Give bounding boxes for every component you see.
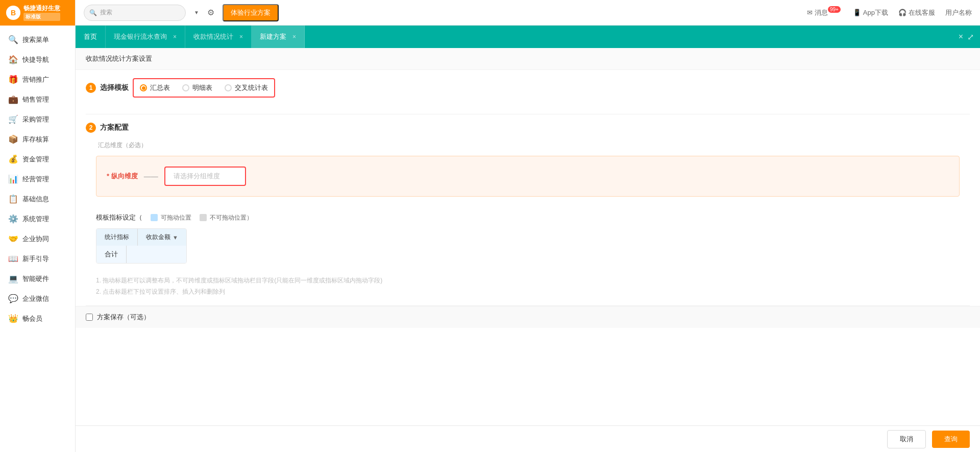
sidebar-item-label: 系统管理 [22, 215, 49, 224]
sidebar-item-enterprise[interactable]: 🤝 企业协同 [0, 229, 75, 249]
section1-number: 1 [86, 83, 96, 93]
stats-table: 统计指标 收款金额 ▼ 合计 [96, 228, 187, 264]
cart-icon: 🛒 [8, 114, 18, 124]
tab-close-btn[interactable]: × [959, 32, 963, 41]
sidebar-item-label: 经营管理 [22, 175, 49, 184]
plan-save-bar: 方案保存（可选） [76, 306, 980, 328]
plan-save-checkbox[interactable] [86, 314, 93, 321]
dimension-select[interactable]: 请选择分组维度 [164, 166, 246, 186]
tab-home-label: 首页 [84, 32, 97, 41]
sidebar-item-label: 企业协同 [22, 234, 49, 244]
tab-home[interactable]: 首页 [76, 26, 106, 48]
sidebar-item-label: 销售管理 [22, 95, 49, 104]
sidebar-item-home[interactable]: 🏠 快捷导航 [0, 50, 75, 69]
user-name: 用户名称 [945, 8, 972, 17]
service-btn[interactable]: 🎧 在线客服 [898, 8, 935, 17]
tab-receipts-label: 收款情况统计 [193, 32, 233, 41]
sidebar-item-hardware[interactable]: 💻 智能硬件 [0, 269, 75, 289]
tab-cash-flow[interactable]: 现金银行流水查询 × [106, 26, 185, 48]
dropdown-icon[interactable]: ▼ [173, 234, 178, 241]
dimension-section-title: 汇总维度（必选） [96, 141, 960, 150]
clipboard-icon: 📋 [8, 194, 18, 204]
user-btn[interactable]: 用户名称 [945, 8, 972, 17]
tab-receipts-close[interactable]: × [239, 33, 243, 40]
sidebar-item-search[interactable]: 🔍 搜索菜单 [0, 30, 75, 50]
sidebar-item-label: 库存核算 [22, 135, 49, 144]
message-btn[interactable]: ✉ 消息 99+ [807, 8, 843, 17]
computer-icon: 💻 [8, 274, 18, 283]
sidebar-nav: 🔍 搜索菜单 🏠 快捷导航 🎁 营销推广 💼 销售管理 🛒 采购管理 📦 库存核… [0, 26, 75, 452]
template-option-cross[interactable]: 交叉统计表 [225, 83, 268, 92]
stats-row-label: 合计 [105, 250, 118, 258]
stats-row-label-cell: 合计 [96, 246, 127, 263]
radio-cross[interactable] [225, 84, 232, 91]
tab-spacer [305, 26, 952, 48]
handshake-icon: 🤝 [8, 234, 18, 244]
sidebar-item-basic-info[interactable]: 📋 基础信息 [0, 189, 75, 209]
sidebar-item-guide[interactable]: 📖 新手引导 [0, 249, 75, 269]
message-label: 消息 [815, 8, 828, 17]
download-btn[interactable]: 📱 App下载 [853, 8, 888, 17]
briefcase-icon: 💼 [8, 94, 18, 104]
legend-draggable-label: 可拖动位置 [161, 213, 191, 222]
sidebar-item-management[interactable]: 📊 经营管理 [0, 169, 75, 189]
sidebar-item-label: 资金管理 [22, 155, 49, 164]
service-label: 在线客服 [909, 8, 935, 17]
sidebar-item-label: 搜索菜单 [22, 35, 49, 44]
tab-new-plan-close[interactable]: × [292, 33, 296, 40]
legend-draggable-box [151, 214, 158, 221]
radio-summary[interactable] [140, 84, 147, 91]
section2-title: 方案配置 [100, 123, 129, 132]
sidebar-item-marketing[interactable]: 🎁 营销推广 [0, 69, 75, 89]
section2-header: 2 方案配置 [86, 123, 970, 133]
tab-receipts[interactable]: 收款情况统计 × [185, 26, 252, 48]
metrics-legend: 可拖动位置 不可拖动位置） [151, 213, 253, 222]
query-button[interactable]: 查询 [932, 431, 970, 448]
sidebar: B 畅捷通好生意 标准版 🔍 搜索菜单 🏠 快捷导航 🎁 营销推广 💼 销售管理… [0, 0, 76, 452]
template-options-wrapper: 汇总表 明细表 交叉统计表 [133, 78, 275, 98]
section2-number: 2 [86, 123, 96, 133]
gear-icon: ⚙️ [8, 214, 18, 224]
stats-column-cell[interactable]: 收款金额 ▼ [138, 229, 186, 246]
chat-icon: 💬 [8, 294, 18, 303]
gift-icon: 🎁 [8, 75, 18, 84]
stats-column-label: 收款金额 [146, 233, 170, 242]
main-area: 🔍 搜索 ▼ ⚙ 体验行业方案 ✉ 消息 99+ 📱 App下载 🎧 在线客服 … [76, 0, 980, 452]
radio-detail[interactable] [182, 84, 189, 91]
sidebar-item-finance[interactable]: 💰 资金管理 [0, 149, 75, 169]
tab-new-plan[interactable]: 新建方案 × [252, 26, 305, 48]
chevron-down-icon[interactable]: ▼ [194, 10, 199, 15]
sidebar-item-label: 新手引导 [22, 254, 49, 264]
cancel-button[interactable]: 取消 [887, 430, 926, 448]
metrics-section: 模板指标设定（ 可拖动位置 不可拖动位置） [86, 213, 970, 265]
tab-bar: 首页 现金银行流水查询 × 收款情况统计 × 新建方案 × × ⤢ [76, 26, 980, 48]
template-summary-label: 汇总表 [150, 83, 170, 92]
dimension-area: * 纵向维度 —— 请选择分组维度 [96, 156, 960, 197]
page-title-bar: 收款情况统计方案设置 [76, 48, 980, 70]
template-option-detail[interactable]: 明细表 [182, 83, 212, 92]
tab-expand-btn[interactable]: ⤢ [967, 32, 974, 42]
header-right: ✉ 消息 99+ 📱 App下载 🎧 在线客服 用户名称 [807, 8, 972, 17]
dimension-select-placeholder: 请选择分组维度 [174, 172, 220, 180]
sidebar-item-wechat[interactable]: 💬 企业微信 [0, 289, 75, 308]
tab-cash-flow-close[interactable]: × [173, 33, 177, 40]
tip-2: 2. 点击标题栏下拉可设置排序、插入列和删除列 [96, 287, 960, 298]
template-option-summary[interactable]: 汇总表 [140, 83, 170, 92]
tab-right-buttons: × ⤢ [952, 26, 980, 48]
sidebar-item-inventory[interactable]: 📦 库存核算 [0, 129, 75, 149]
metrics-title: 模板指标设定（ [96, 213, 142, 222]
sidebar-item-sales[interactable]: 💼 销售管理 [0, 89, 75, 109]
sidebar-item-member[interactable]: 👑 畅会员 [0, 308, 75, 328]
search-bar-placeholder: 搜索 [100, 8, 112, 17]
sidebar-item-purchase[interactable]: 🛒 采购管理 [0, 109, 75, 129]
search-icon: 🔍 [8, 35, 18, 44]
sidebar-item-label: 企业微信 [22, 294, 49, 303]
settings-icon[interactable]: ⚙ [207, 8, 214, 17]
sidebar-item-label: 快捷导航 [22, 55, 49, 64]
crown-icon: 👑 [8, 314, 18, 323]
sidebar-item-system[interactable]: ⚙️ 系统管理 [0, 209, 75, 229]
search-bar[interactable]: 🔍 搜索 [84, 5, 186, 21]
industry-btn[interactable]: 体验行业方案 [223, 4, 279, 21]
search-bar-icon: 🔍 [89, 9, 97, 16]
sidebar-item-label: 智能硬件 [22, 274, 49, 283]
